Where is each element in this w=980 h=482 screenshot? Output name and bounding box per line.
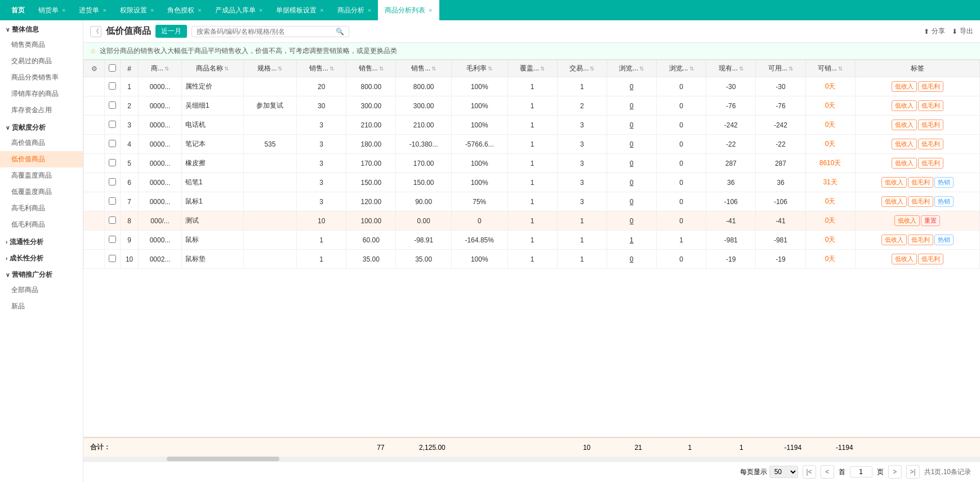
row-checkbox[interactable] — [109, 82, 116, 90]
cell-num: 6 — [121, 173, 139, 192]
browse-link[interactable]: 0 — [630, 255, 634, 263]
cell-browse1[interactable]: 0 — [607, 173, 656, 192]
browse-link[interactable]: 0 — [630, 198, 634, 206]
cell-sales2: 210.00 — [346, 116, 396, 135]
col-code[interactable]: 商...⇅ — [139, 60, 182, 77]
nav-sales[interactable]: 销货单 × — [32, 0, 72, 20]
sidebar-item-high-coverage[interactable]: 高覆盖度商品 — [0, 167, 83, 184]
sidebar-item-low-coverage[interactable]: 低覆盖度商品 — [0, 184, 83, 200]
nav-roles-close[interactable]: × — [198, 7, 201, 14]
row-checkbox[interactable] — [109, 216, 116, 224]
nav-roles[interactable]: 角色授权 × — [161, 0, 208, 20]
row-checkbox[interactable] — [109, 236, 116, 243]
row-checkbox[interactable] — [109, 178, 116, 185]
browse-link[interactable]: 0 — [630, 83, 634, 91]
sidebar-item-all-goods[interactable]: 全部商品 — [0, 282, 83, 298]
col-settings[interactable]: ⚙ — [84, 60, 105, 77]
cell-name: 鼠标1 — [181, 192, 243, 211]
sidebar-group-contribution[interactable]: ∨ 贡献度分析 — [0, 118, 83, 135]
nav-permissions-close[interactable]: × — [150, 7, 154, 14]
col-sales1[interactable]: 销售...⇅ — [297, 60, 346, 77]
row-checkbox[interactable] — [109, 197, 116, 205]
row-checkbox[interactable] — [109, 121, 116, 128]
browse-link[interactable]: 0 — [630, 179, 634, 187]
cell-saleable: 0天 — [805, 231, 855, 250]
first-page-button[interactable]: |< — [803, 465, 816, 479]
row-checkbox[interactable] — [109, 140, 116, 147]
export-button[interactable]: ⬇ 导出 — [952, 26, 973, 36]
nav-purchase[interactable]: 进货单 × — [72, 0, 113, 20]
row-checkbox[interactable] — [109, 101, 116, 109]
sidebar-group-flow[interactable]: › 流通性分析 — [0, 233, 83, 249]
nav-analysis-list-close[interactable]: × — [429, 7, 432, 14]
browse-link[interactable]: 0 — [630, 160, 634, 167]
cell-browse1[interactable]: 0 — [607, 192, 656, 211]
sidebar-item-stock-fund[interactable]: 库存资金占用 — [0, 102, 83, 118]
next-page-button[interactable]: > — [888, 465, 902, 479]
sidebar-item-slow-stock[interactable]: 滞销库存的商品 — [0, 86, 83, 102]
last-page-button[interactable]: >| — [906, 465, 920, 479]
collapse-sidebar-button[interactable]: 《 — [90, 26, 101, 37]
col-available[interactable]: 可用...⇅ — [756, 60, 805, 77]
sidebar-item-new-goods[interactable]: 新品 — [0, 298, 83, 315]
browse-link[interactable]: 1 — [630, 236, 634, 244]
col-coverage[interactable]: 覆盖...⇅ — [507, 60, 557, 77]
row-checkbox[interactable] — [109, 255, 116, 262]
per-page-select[interactable]: 50 100 200 — [769, 466, 798, 478]
cell-browse1[interactable]: 0 — [607, 116, 656, 135]
col-trade[interactable]: 交易...⇅ — [557, 60, 607, 77]
col-name[interactable]: 商品名称⇅ — [181, 60, 243, 77]
sidebar-group-overall[interactable]: ∨ 整体信息 — [0, 20, 83, 37]
select-all-checkbox[interactable] — [109, 64, 116, 72]
col-sales3[interactable]: 销售...⇅ — [396, 60, 452, 77]
browse-link[interactable]: 0 — [630, 121, 634, 129]
scrollbar-area[interactable] — [83, 457, 980, 461]
sidebar-item-traded-goods[interactable]: 交易过的商品 — [0, 53, 83, 69]
nav-analysis-list[interactable]: 商品分析列表 × — [378, 0, 439, 20]
col-current[interactable]: 现有...⇅ — [706, 60, 756, 77]
col-sales2[interactable]: 销售...⇅ — [346, 60, 396, 77]
col-saleable[interactable]: 可销...⇅ — [805, 60, 855, 77]
cell-browse1[interactable]: 0 — [607, 211, 656, 231]
nav-purchase-close[interactable]: × — [103, 7, 106, 14]
horizontal-scrollbar[interactable] — [167, 457, 279, 461]
nav-sales-close[interactable]: × — [62, 7, 65, 14]
date-filter-button[interactable]: 近一月 — [155, 25, 187, 38]
search-input[interactable] — [197, 28, 336, 36]
browse-link[interactable]: 0 — [630, 217, 634, 225]
nav-template[interactable]: 单据模板设置 × — [269, 0, 330, 20]
nav-analysis-close[interactable]: × — [368, 7, 371, 14]
prev-page-button[interactable]: < — [821, 465, 834, 479]
browse-link[interactable]: 0 — [630, 140, 634, 148]
col-spec[interactable]: 规格...⇅ — [243, 60, 296, 77]
nav-stock-close[interactable]: × — [259, 7, 262, 14]
cell-browse1[interactable]: 0 — [607, 154, 656, 173]
col-browse2[interactable]: 浏览...⇅ — [657, 60, 706, 77]
sidebar-item-high-margin[interactable]: 高毛利商品 — [0, 200, 83, 216]
sidebar-group-growth[interactable]: › 成长性分析 — [0, 249, 83, 266]
nav-stock[interactable]: 产成品入库单 × — [208, 0, 269, 20]
nav-home[interactable]: 首页 — [5, 0, 32, 20]
cell-browse1[interactable]: 0 — [607, 77, 656, 96]
search-icon[interactable]: 🔍 — [336, 28, 344, 36]
page-number-input[interactable] — [850, 466, 872, 477]
cell-browse1[interactable]: 1 — [607, 231, 656, 250]
cell-browse1[interactable]: 0 — [607, 135, 656, 154]
share-button[interactable]: ⬆ 分享 — [924, 26, 945, 36]
sidebar-group-marketing[interactable]: ∨ 营销推广分析 — [0, 266, 83, 282]
nav-permissions[interactable]: 权限设置 × — [113, 0, 161, 20]
cell-browse1[interactable]: 0 — [607, 250, 656, 269]
col-margin[interactable]: 毛利率⇅ — [451, 60, 507, 77]
col-browse1[interactable]: 浏览...⇅ — [607, 60, 656, 77]
nav-template-close[interactable]: × — [320, 7, 323, 14]
row-checkbox[interactable] — [109, 159, 116, 166]
sidebar-item-low-margin[interactable]: 低毛利商品 — [0, 216, 83, 233]
sidebar-item-category-rate[interactable]: 商品分类销售率 — [0, 69, 83, 86]
nav-analysis[interactable]: 商品分析 × — [331, 0, 378, 20]
sidebar-item-low-value[interactable]: 低价值商品 — [0, 151, 83, 167]
browse-link[interactable]: 0 — [630, 102, 634, 110]
sidebar-group-growth-label: 成长性分析 — [10, 254, 43, 263]
cell-browse1[interactable]: 0 — [607, 96, 656, 116]
sidebar-item-high-value[interactable]: 高价值商品 — [0, 135, 83, 151]
sidebar-item-sales-goods[interactable]: 销售类商品 — [0, 37, 83, 53]
